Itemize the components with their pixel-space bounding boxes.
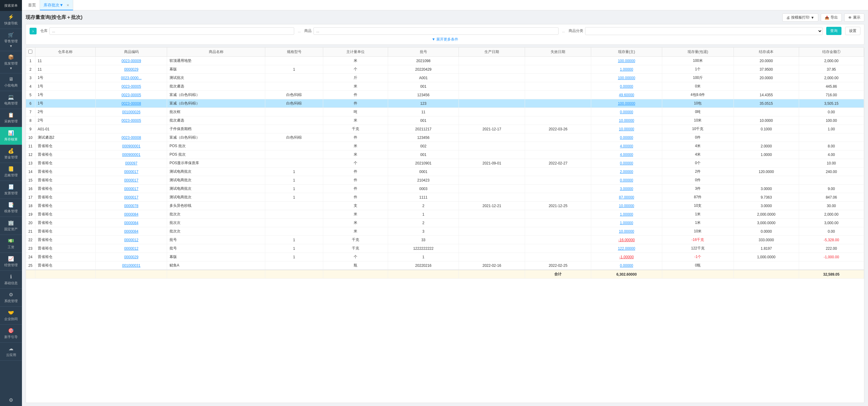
sidebar-item-payroll[interactable]: 💵 工资 <box>0 235 22 253</box>
col-warehouse: 仓库名称 <box>35 47 96 57</box>
table-row: 21晋省裕仓0000084批次次米310.0000010米0.00000.00 <box>26 227 864 236</box>
table-row: 82号0023-00005批次遴选米00110.0000010米10.00001… <box>26 116 864 125</box>
cloud-icon: ☁ <box>8 346 13 351</box>
col-exp-date: 失效日期 <box>525 47 591 57</box>
basicinfo-icon: ℹ <box>10 274 12 280</box>
table-row: 20晋省裕仓0000084批次次米21.000001米3,000.00003,0… <box>26 219 864 227</box>
table-row: 16晋省裕仓0000017测试电商批次1件00033.000003件3.0000… <box>26 184 864 193</box>
sidebar-item-ecom[interactable]: 💻 电商管理 <box>0 91 22 109</box>
sidebar-item-label: 采购管理 <box>4 119 18 124</box>
total-row: 合计6,302.6000032,589.05 <box>26 270 864 279</box>
sidebar-item-finance[interactable]: 💰 资金管理 <box>0 145 22 163</box>
table-row: 31号0023-0000...测试批次斤A001100.00000100斤20.… <box>26 74 864 82</box>
col-prod-date: 生产日期 <box>459 47 525 57</box>
export-icon: 📤 <box>825 15 829 20</box>
top-tabs: 首页 库存批次▼ ✕ <box>22 0 868 10</box>
wholesale-icon: 📦 <box>8 54 14 60</box>
sidebar-item-tax[interactable]: 📑 税务管理 <box>0 199 22 217</box>
sidebar-item-label: 快捷导航 <box>4 21 18 26</box>
sidebar-item-invoice[interactable]: 🧾 发票管理 <box>0 181 22 199</box>
sidebar-item-retail[interactable]: 🛒 零售管理 ▼ <box>0 29 22 51</box>
product-input[interactable] <box>313 27 558 35</box>
tax-icon: 📑 <box>8 202 14 208</box>
sidebar-item-wholesale[interactable]: 📦 批发管理 ▼ <box>0 51 22 73</box>
table-row: 51号0023-00005富减（白色/闷棕）白色/闷棕件12345649.600… <box>26 91 864 99</box>
tab-home[interactable]: 首页 <box>24 0 40 10</box>
col-code: 商品编码 <box>96 47 167 57</box>
warehouse-field: 仓库 <box>40 27 294 35</box>
sidebar-logo[interactable]: 搜索菜单 <box>0 0 22 11</box>
table-row: 11晋省裕仓000900001POS 批次米0024.000004米2.0000… <box>26 142 864 150</box>
table-row: 12晋省裕仓000900001POS 批次米0014.000004米1.0000… <box>26 150 864 159</box>
payroll-icon: 💵 <box>8 238 14 244</box>
col-total-amount: 结存金额① <box>799 47 864 57</box>
invoice-icon: 🧾 <box>8 184 14 190</box>
page-content: 现存量查询(按仓库＋批次) 🖨 按模板打印 ▼ 📤 导出 👁 展示 <box>22 10 868 406</box>
table-row: 61号0023-00008富减（白色/闷棕）白色/闷棕件123100.00000… <box>26 99 864 108</box>
print-icon: 🖨 <box>786 15 790 20</box>
inventory-icon: 📊 <box>8 130 14 136</box>
table-row: 25晋省裕仓001000031鱿鱼A瓶202202162022-02-16202… <box>26 261 864 270</box>
sidebar-item-quicknav[interactable]: ⚡ 快捷导航 <box>0 11 22 29</box>
retail-icon: 🛒 <box>8 32 14 38</box>
query-btn[interactable]: 查询 <box>826 27 841 35</box>
sidebar-item-label: 零售管理 <box>4 39 18 43</box>
table-row: 14晋省裕仓0000017测试电商批次1件00012.000002件120.00… <box>26 168 864 176</box>
print-btn[interactable]: 🖨 按模板打印 ▼ <box>782 13 818 22</box>
sidebar-item-system[interactable]: ⚙ 系统管理 <box>0 289 22 307</box>
assets-icon: 🏢 <box>8 220 14 226</box>
display-btn[interactable]: 👁 展示 <box>844 13 864 22</box>
expand-conditions-btn[interactable]: ▼ 展开更多条件 <box>432 37 458 42</box>
table-row: 9A01-01子件保质期档千克202112172021-12-172022-03… <box>26 125 864 133</box>
page-title: 现存量查询(按仓库＋批次) <box>26 14 83 21</box>
sidebar-item-label: 小批电商 <box>4 83 18 88</box>
sidebar-item-inventory[interactable]: 📊 库存核算 <box>0 127 22 145</box>
sidebar-item-label: 系统管理 <box>4 299 18 303</box>
table-row: 2110000029幕版1个202204291.000001个37.950037… <box>26 65 864 74</box>
col-unit: 主计量单位 <box>323 47 388 57</box>
settings-btn[interactable]: 设置 <box>845 27 860 35</box>
product-label: 商品 <box>304 28 312 34</box>
col-name: 商品名称 <box>167 47 265 57</box>
inventory-table: 仓库名称 商品编码 商品名称 规格型号 主计量单位 批号 生产日期 失效日期 现… <box>26 47 864 279</box>
search-row: › 仓库 ... 商品 ... 商品分类 查询 设置 <box>30 27 860 35</box>
guide-icon: 🎯 <box>8 328 14 334</box>
sidebar-item-label: 基础信息 <box>4 281 18 285</box>
sidebar: 搜索菜单 ⚡ 快捷导航 🛒 零售管理 ▼ 📦 批发管理 ▼ 🖥 小批电商 💻 电… <box>0 0 22 406</box>
sidebar-item-assets[interactable]: 🏢 固定资产 <box>0 217 22 235</box>
table-row: 17晋省裕仓0000017测试电商批次1件111187.0000087件9.73… <box>26 193 864 202</box>
sidebar-item-collab[interactable]: 🤝 企业协同 <box>0 307 22 325</box>
category-field: 商品分类 <box>568 27 823 35</box>
table-row: 22晋省裕仓0000012批号1千克33-16.00000-16千克333.00… <box>26 236 864 244</box>
tab-close-btn[interactable]: ✕ <box>66 3 69 7</box>
display-icon: 👁 <box>848 15 852 20</box>
table-row: 15晋省裕仓0000017测试电商批次1件2104230.000000件 <box>26 176 864 184</box>
table-row: 41号0023-00005批次遴选米0010.000000米445.86 <box>26 82 864 91</box>
search-expand-arrow[interactable]: › <box>30 28 37 34</box>
sidebar-item-label: 企业协同 <box>4 317 18 321</box>
table-row: 24晋省裕仓0000029幕版1个1-1.00000-1个1,000.0000-… <box>26 253 864 261</box>
small-ecom-icon: 🖥 <box>8 76 13 82</box>
sidebar-settings[interactable]: ⚙ <box>0 394 22 406</box>
warehouse-input[interactable] <box>50 27 294 35</box>
sidebar-item-basicinfo[interactable]: ℹ 基础信息 <box>0 271 22 289</box>
sidebar-item-label: 新手引导 <box>4 335 18 339</box>
col-qty-ret: 现存量(包退) <box>662 47 734 57</box>
sidebar-item-management[interactable]: 📈 经营管理 <box>0 253 22 271</box>
sidebar-item-guide[interactable]: 🎯 新手引导 <box>0 325 22 343</box>
category-label: 商品分类 <box>568 28 583 34</box>
header-actions: 🖨 按模板打印 ▼ 📤 导出 👁 展示 <box>782 13 864 22</box>
search-expand: ▼ 展开更多条件 <box>30 37 860 42</box>
sidebar-item-small-ecom[interactable]: 🖥 小批电商 <box>0 73 22 91</box>
category-select[interactable] <box>585 27 823 35</box>
sidebar-item-cloud[interactable]: ☁ 云应用 <box>0 343 22 361</box>
sidebar-item-label: 发票管理 <box>4 191 18 196</box>
sidebar-item-label: 税务管理 <box>4 209 18 213</box>
sidebar-item-label: 资金管理 <box>4 155 18 160</box>
export-btn[interactable]: 📤 导出 <box>821 13 842 22</box>
table-row: 13晋省裕仓000097POS显示率保质库个202109012021-09-01… <box>26 159 864 168</box>
select-all-checkbox[interactable] <box>28 49 32 54</box>
sidebar-item-ledger[interactable]: 📒 总账管理 <box>0 163 22 181</box>
tab-inventory-batch[interactable]: 库存批次▼ ✕ <box>40 0 73 10</box>
sidebar-item-purchase[interactable]: 📋 采购管理 <box>0 109 22 127</box>
